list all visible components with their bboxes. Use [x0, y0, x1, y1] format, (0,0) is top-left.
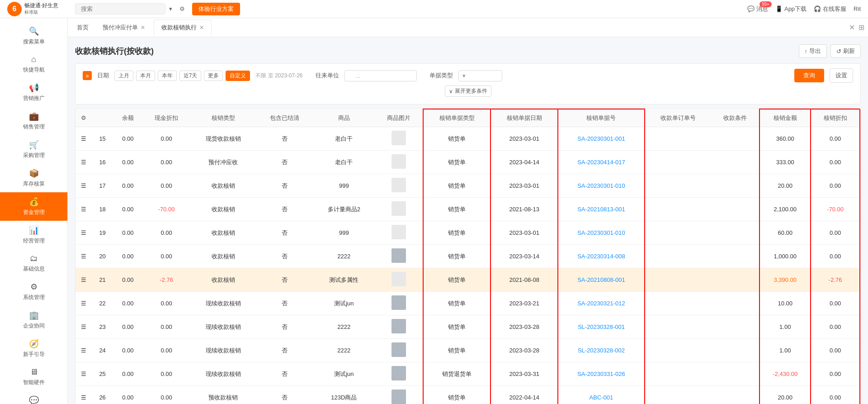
td-verify-type: 收款核销	[190, 268, 256, 292]
tab-expand-icon[interactable]: ⊞	[859, 23, 864, 32]
table-row[interactable]: ☰ 20 0.00 0.00 收款核销 否 2222 销货单 2023-03-1…	[75, 245, 860, 268]
app-download-button[interactable]: 📱 App下载	[775, 5, 807, 13]
solution-button[interactable]: 体验行业方案	[192, 3, 240, 15]
top-bar-right: 💬 消息 99+ 📱 App下载 🎧 在线客服 Rit	[747, 5, 861, 13]
query-button[interactable]: 查询	[794, 69, 824, 82]
bill-no-link[interactable]: SA-20230331-026	[577, 371, 625, 377]
td-settings[interactable]: ☰	[75, 315, 92, 339]
sidebar-item-corp[interactable]: 🏢企业协同	[0, 306, 67, 334]
dropdown-arrow-icon[interactable]: ▾	[169, 5, 172, 12]
bill-no-link[interactable]: SA-20230314-008	[577, 253, 625, 260]
td-settings[interactable]: ☰	[75, 292, 92, 315]
sales-icon: 💼	[29, 111, 39, 121]
sidebar-item-purchase[interactable]: 🛒采购管理	[0, 135, 67, 164]
date-btn-this-year[interactable]: 本年	[158, 71, 177, 81]
td-balance: 0.00	[113, 245, 142, 268]
sidebar-item-marketing[interactable]: 📢营销推广	[0, 78, 67, 107]
bill-no-link[interactable]: SL-20230328-002	[578, 347, 625, 354]
tab-prepay[interactable]: 预付冲应付单 ✕	[95, 19, 153, 35]
table-row[interactable]: ☰ 25 0.00 0.00 现续收款核销 否 测试jun 销货退货单 2023…	[75, 362, 860, 386]
td-goods: 123D商品	[313, 386, 375, 404]
td-seq: 16	[92, 151, 113, 174]
td-included-settled: 否	[256, 339, 313, 362]
counterparty-input[interactable]: ...	[344, 70, 417, 81]
td-bill-date: 2023-03-01	[491, 174, 558, 198]
export-button[interactable]: ↑ 导出	[799, 44, 827, 58]
sidebar-item-operation[interactable]: 📊经营管理	[0, 221, 67, 249]
sidebar-item-system[interactable]: ⚙系统管理	[0, 277, 67, 306]
bill-no-link[interactable]: SA-20230321-012	[577, 300, 625, 307]
td-cash-discount: -70.00	[142, 198, 190, 221]
sidebar-item-wechat[interactable]: 💬企业微信	[0, 391, 67, 404]
table-row[interactable]: ☰ 18 0.00 -70.00 收款核销 否 多计量商品2 销货单 2021-…	[75, 198, 860, 221]
td-seq: 17	[92, 174, 113, 198]
bill-no-link[interactable]: SA-20210813-001	[577, 206, 625, 213]
sidebar-item-finance[interactable]: 💰资金管理	[0, 192, 67, 221]
sidebar-item-basic[interactable]: 🗂基础信息	[0, 249, 67, 277]
tab-close-all-icon[interactable]: ✕	[849, 23, 855, 32]
tab-receivables[interactable]: 收款核销执行 ✕	[154, 19, 212, 36]
table-row[interactable]: ☰ 19 0.00 0.00 收款核销 否 999 销货单 2023-03-01…	[75, 221, 860, 245]
tab-prepay-close[interactable]: ✕	[141, 24, 145, 31]
expand-row: ∨ 展开更多条件	[83, 86, 853, 97]
filter-expand-arrow[interactable]: »	[83, 71, 92, 80]
date-btn-last-month[interactable]: 上月	[114, 71, 133, 81]
search-input[interactable]	[75, 3, 165, 14]
settings-button[interactable]: 设置	[830, 68, 853, 83]
table-row[interactable]: ☰ 15 0.00 0.00 现货收款核销 否 老白干 销货单 2023-03-…	[75, 127, 860, 151]
online-service-label: 在线客服	[823, 5, 846, 13]
date-btn-custom[interactable]: 自定义	[226, 71, 250, 81]
expand-conditions-button[interactable]: ∨ 展开更多条件	[445, 86, 491, 97]
gear-icon[interactable]: ⚙	[176, 3, 189, 15]
date-btn-this-month[interactable]: 本月	[136, 71, 155, 81]
bill-type-select[interactable]: ▾	[458, 70, 502, 81]
td-settings[interactable]: ☰	[75, 386, 92, 404]
bill-no-link[interactable]: SA-20230301-001	[577, 135, 625, 142]
tab-bar-right: ✕ ⊞	[849, 23, 864, 32]
table-row[interactable]: ☰ 24 0.00 0.00 现续收款核销 否 2222 销货单 2023-03…	[75, 339, 860, 362]
refresh-button[interactable]: ↺ 刷新	[830, 44, 861, 58]
td-bill-date: 2023-03-31	[491, 362, 558, 386]
th-seq	[92, 109, 113, 127]
td-bill-report-type: 销货单	[423, 127, 491, 151]
td-settings[interactable]: ☰	[75, 339, 92, 362]
online-service-button[interactable]: 🎧 在线客服	[814, 5, 846, 13]
tab-receivables-close[interactable]: ✕	[199, 24, 204, 31]
table-row[interactable]: ☰ 16 0.00 0.00 预付冲应收 否 老白干 销货单 2023-04-1…	[75, 151, 860, 174]
bill-no-link[interactable]: SL-20230328-001	[578, 323, 625, 330]
td-settings[interactable]: ☰	[75, 221, 92, 245]
table-row[interactable]: ☰ 23 0.00 0.00 现续收款核销 否 2222 销货单 2023-03…	[75, 315, 860, 339]
td-settings[interactable]: ☰	[75, 174, 92, 198]
td-settings[interactable]: ☰	[75, 268, 92, 292]
bill-no-link[interactable]: SA-20230301-010	[577, 182, 625, 189]
sidebar-item-search[interactable]: 🔍搜索菜单	[0, 22, 67, 50]
bill-no-link[interactable]: SA-20210808-001	[577, 276, 625, 283]
message-button[interactable]: 💬 消息 99+	[747, 5, 768, 13]
td-settings[interactable]: ☰	[75, 127, 92, 151]
td-settings[interactable]: ☰	[75, 198, 92, 221]
table-row[interactable]: ☰ 17 0.00 0.00 收款核销 否 999 销货单 2023-03-01…	[75, 174, 860, 198]
sidebar-item-sales[interactable]: 💼销售管理	[0, 107, 67, 135]
sidebar-item-hardware[interactable]: 🖥智能硬件	[0, 363, 67, 391]
sidebar-item-inventory[interactable]: 📦库存核算	[0, 164, 67, 192]
table-wrapper[interactable]: ⚙ 余额 现金折扣 核销类型 包含已结清 商品 商品图片 核销单据类型 核销单据…	[75, 109, 860, 404]
bill-no-link[interactable]: ABC-001	[590, 394, 613, 401]
td-balance: 0.00	[113, 386, 142, 404]
sidebar-item-guide[interactable]: 🧭新手引导	[0, 334, 67, 363]
date-btn-7days[interactable]: 近7天	[179, 71, 202, 81]
td-settings[interactable]: ☰	[75, 245, 92, 268]
td-settings[interactable]: ☰	[75, 362, 92, 386]
table-row[interactable]: ☰ 21 0.00 -2.76 收款核销 否 测试多属性 销货单 2021-08…	[75, 268, 860, 292]
bill-no-link[interactable]: SA-20230301-010	[577, 229, 625, 236]
user-name[interactable]: Rit	[854, 5, 861, 12]
table-row[interactable]: ☰ 26 0.00 0.00 预收款核销 否 123D商品 销货单 2022-0…	[75, 386, 860, 404]
tab-home[interactable]: 首页	[71, 20, 94, 35]
td-settings[interactable]: ☰	[75, 151, 92, 174]
counterparty-label: 往来单位	[316, 71, 339, 80]
td-receipt-order-no	[645, 268, 711, 292]
bill-no-link[interactable]: SA-20230414-017	[577, 159, 625, 166]
table-row[interactable]: ☰ 22 0.00 0.00 现续收款核销 否 测试jun 销货单 2023-0…	[75, 292, 860, 315]
sidebar-item-shortcut[interactable]: ⌂快捷导航	[0, 50, 67, 78]
td-bill-date: 2021-08-08	[491, 268, 558, 292]
date-btn-more[interactable]: 更多	[204, 71, 223, 81]
